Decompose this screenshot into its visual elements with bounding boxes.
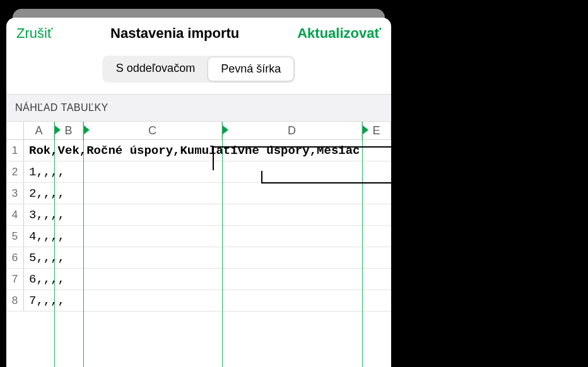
table-row: 54,,,, — [6, 226, 391, 247]
row-number: 6 — [6, 247, 24, 268]
column-guide[interactable] — [362, 122, 363, 367]
row-content: 7,,,, — [24, 290, 65, 311]
sheet-title: Nastavenia importu — [110, 25, 239, 42]
row-number: 1 — [6, 140, 24, 161]
preview-section-header: NÁHĽAD TABUĽKY — [6, 94, 391, 122]
table-row: 32,,,, — [6, 183, 391, 204]
row-number: 7 — [6, 269, 24, 289]
column-header-row: ABCDE — [6, 122, 391, 140]
column-guide[interactable] — [222, 122, 223, 367]
column-drag-handle-icon[interactable] — [363, 125, 368, 134]
row-content: 2,,,, — [24, 183, 65, 204]
import-settings-sheet: Zrušiť Nastavenia importu Aktualizovať S… — [6, 18, 391, 367]
column-drag-handle-icon[interactable] — [223, 125, 228, 134]
row-content: 1,,,, — [24, 161, 65, 182]
table-row: 65,,,, — [6, 247, 391, 269]
row-number: 2 — [6, 161, 24, 182]
row-content: 4,,,, — [24, 226, 65, 247]
callout-tap-add: Klepnutím pridajte nový stĺpec. — [411, 173, 588, 213]
table-row: 21,,,, — [6, 161, 391, 183]
sheet-header: Zrušiť Nastavenia importu Aktualizovať — [6, 18, 391, 47]
column-drag-handle-icon[interactable] — [55, 125, 61, 134]
mode-delimited[interactable]: S oddeľovačom — [103, 57, 208, 81]
table-preview[interactable]: ABCDE 1Rok,Vek,Ročné úspory,Kumulatívne … — [6, 122, 391, 367]
update-button[interactable]: Aktualizovať — [297, 25, 381, 42]
mode-fixed-width[interactable]: Pevná šírka — [208, 57, 294, 81]
header-corner — [6, 122, 24, 139]
row-number: 4 — [6, 204, 24, 225]
row-content: Rok,Vek,Ročné úspory,Kumulatívne úspory,… — [24, 140, 360, 161]
table-row: 43,,,, — [6, 204, 391, 226]
column-guide[interactable] — [54, 122, 55, 367]
row-number: 8 — [6, 290, 24, 311]
callout-text: Klepnutím pridajte nový stĺpec. — [411, 173, 588, 213]
row-content: 5,,,, — [24, 247, 65, 268]
cancel-button[interactable]: Zrušiť — [16, 25, 52, 42]
row-content: 6,,,, — [24, 269, 65, 289]
segmented-control-wrap: S oddeľovačom Pevná šírka — [6, 47, 391, 94]
row-number: 5 — [6, 226, 24, 247]
column-guide[interactable] — [83, 122, 84, 367]
column-header-c: C — [83, 122, 222, 139]
callout-drag-width: Potiahnutím upravte šírku stĺpca. — [411, 117, 588, 156]
column-drag-handle-icon[interactable] — [84, 125, 90, 134]
column-header-a: A — [24, 122, 54, 139]
table-row: 76,,,, — [6, 269, 391, 290]
table-row: 1Rok,Vek,Ročné úspory,Kumulatívne úspory… — [6, 140, 391, 161]
row-content: 3,,,, — [24, 204, 65, 225]
row-number: 3 — [6, 183, 24, 204]
column-header-d: D — [222, 122, 362, 139]
table-row: 87,,,, — [6, 290, 391, 312]
mode-segmented-control: S oddeľovačom Pevná šírka — [102, 55, 295, 83]
callout-text: Potiahnutím upravte šírku stĺpca. — [411, 117, 588, 156]
